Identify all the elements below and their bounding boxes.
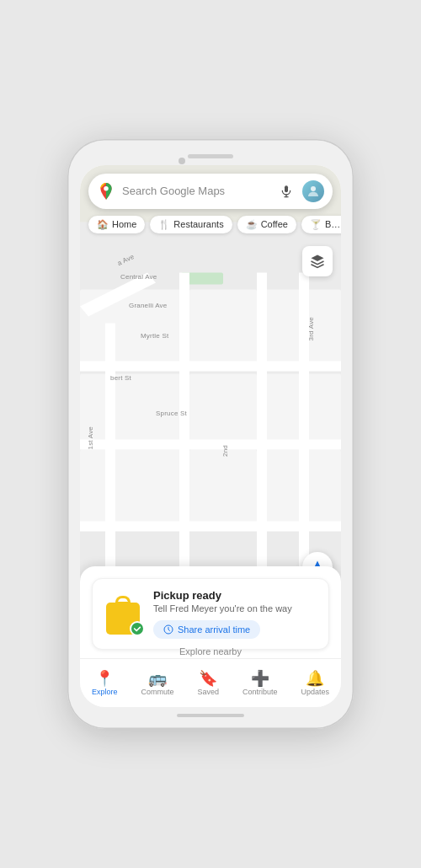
svg-rect-3 [80, 374, 181, 442]
svg-point-23 [311, 186, 316, 191]
explore-nav-icon: 📍 [95, 671, 114, 686]
svg-rect-7 [80, 450, 181, 526]
saved-nav-icon: 🔖 [199, 671, 217, 686]
svg-rect-17 [105, 324, 115, 602]
nav-explore[interactable]: 📍 Explore [83, 667, 126, 699]
info-card-inner: Pickup ready Tell Fred Meyer you're on t… [92, 578, 329, 650]
bag-icon [103, 594, 143, 635]
map-area: a Ave Central Ave Granelli Ave Myrtle St… [80, 165, 341, 658]
svg-rect-2 [189, 290, 257, 366]
explore-hint: Explore nearby [80, 643, 341, 658]
chip-restaurants-label: Restaurants [173, 219, 223, 229]
chip-coffee-label: Coffee [261, 219, 288, 229]
check-badge [130, 621, 145, 636]
speaker [188, 154, 233, 158]
layer-icon [310, 254, 325, 269]
home-icon: 🏠 [97, 219, 109, 230]
coffee-icon: ☕ [246, 219, 258, 230]
home-bar [177, 714, 244, 717]
chip-restaurants[interactable]: 🍴 Restaurants [150, 216, 232, 233]
nav-contribute[interactable]: ➕ Contribute [234, 667, 286, 699]
nav-saved[interactable]: 🔖 Saved [189, 667, 227, 699]
bottom-nav: 📍 Explore 🚌 Commute 🔖 Saved ➕ Contribute… [80, 658, 341, 707]
maps-logo-icon [97, 182, 115, 201]
phone-frame: a Ave Central Ave Granelli Ave Myrtle St… [67, 139, 354, 729]
commute-nav-icon: 🚌 [148, 671, 167, 686]
user-avatar[interactable] [302, 180, 324, 202]
clock-icon [163, 624, 173, 635]
updates-nav-icon: 🔔 [306, 671, 324, 686]
contribute-nav-icon: ➕ [251, 671, 269, 686]
explore-nav-label: Explore [92, 688, 118, 696]
phone-screen: a Ave Central Ave Granelli Ave Myrtle St… [80, 165, 341, 707]
share-btn-label: Share arrival time [178, 624, 250, 635]
nav-commute[interactable]: 🚌 Commute [132, 667, 182, 699]
search-placeholder: Search Google Maps [122, 185, 277, 197]
restaurants-icon: 🍴 [158, 219, 170, 230]
svg-rect-18 [299, 273, 309, 602]
chip-bars-label: B… [325, 219, 340, 229]
contribute-nav-label: Contribute [242, 688, 278, 696]
svg-rect-20 [285, 185, 288, 192]
svg-rect-15 [179, 273, 189, 602]
info-content: Pickup ready Tell Fred Meyer you're on t… [153, 589, 318, 639]
svg-rect-4 [189, 374, 257, 442]
mic-icon[interactable] [277, 182, 296, 201]
svg-rect-8 [189, 450, 257, 526]
chip-home-label: Home [112, 219, 136, 229]
explore-label: Explore nearby [179, 646, 242, 656]
updates-nav-label: Updates [301, 688, 329, 696]
svg-rect-16 [257, 273, 267, 602]
info-card: Pickup ready Tell Fred Meyer you're on t… [80, 566, 341, 658]
layer-toggle-button[interactable] [302, 246, 333, 276]
bars-icon: 🍸 [310, 219, 322, 230]
camera [179, 158, 185, 164]
filter-chips: 🏠 Home 🍴 Restaurants ☕ Coffee 🍸 B… [88, 216, 333, 233]
chip-home[interactable]: 🏠 Home [88, 216, 145, 233]
chip-coffee[interactable]: ☕ Coffee [237, 216, 296, 233]
share-arrival-button[interactable]: Share arrival time [153, 620, 260, 639]
info-subtitle: Tell Fred Meyer you're on the way [153, 603, 318, 613]
saved-nav-label: Saved [197, 688, 219, 696]
info-title: Pickup ready [153, 589, 318, 602]
chip-bars[interactable]: 🍸 B… [301, 216, 341, 233]
svg-point-19 [104, 186, 109, 191]
search-bar[interactable]: Search Google Maps [88, 174, 333, 209]
nav-updates[interactable]: 🔔 Updates [292, 667, 338, 699]
commute-nav-label: Commute [141, 688, 173, 696]
